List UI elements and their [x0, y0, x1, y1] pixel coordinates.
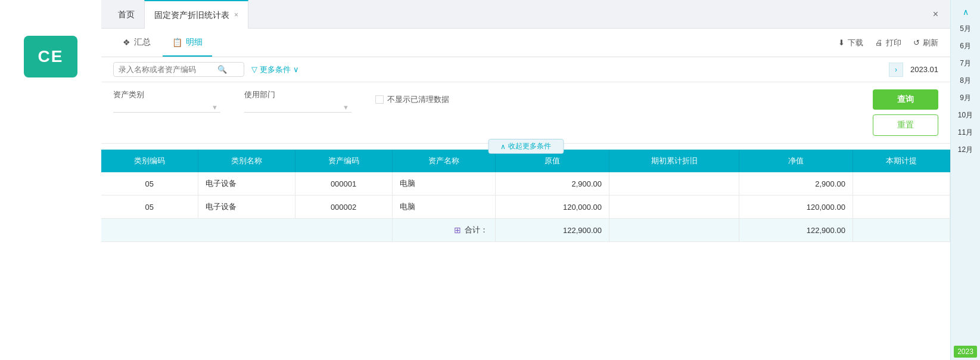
cell-accumulated-dep	[609, 172, 739, 195]
print-icon: 🖨	[875, 38, 883, 47]
print-button[interactable]: 🖨 打印	[875, 38, 901, 48]
cell-asset-name: 电脑	[392, 195, 496, 219]
cell-net-value: 2,900.00	[739, 172, 853, 195]
print-label: 打印	[886, 38, 901, 48]
refresh-button[interactable]: ↺ 刷新	[913, 38, 938, 48]
chevron-down-icon: ∨	[293, 65, 299, 74]
logo-box: CE	[24, 36, 77, 77]
tab-detail-label: 明细	[186, 37, 203, 48]
window-close-button[interactable]: ×	[928, 4, 943, 24]
total-original: 122,900.00	[496, 219, 609, 242]
col-net-value: 净值	[739, 150, 853, 172]
collapse-up-icon: ∧	[500, 142, 506, 151]
sub-tab-bar: ❖ 汇总 📋 明细 ⬇ 下载 🖨 打印 ↺	[101, 29, 950, 57]
asset-type-label: 资产类别	[113, 89, 220, 100]
refresh-icon: ↺	[913, 38, 920, 47]
search-input[interactable]	[119, 65, 214, 74]
download-icon: ⬇	[838, 38, 845, 47]
download-label: 下载	[848, 38, 863, 48]
filter-area: 资产类别 ▼ 使用部门 ▼ 不显示已清理数据 查询 重置	[101, 82, 950, 144]
search-bar: 🔍 ▽ 更多条件 ∨ › 2023.01	[101, 57, 950, 82]
tab-detail[interactable]: 📋 明细	[163, 29, 212, 57]
query-button[interactable]: 查询	[873, 89, 938, 110]
total-text: 合计：	[465, 225, 488, 235]
year-badge: 2023	[954, 346, 977, 358]
cell-accumulated-dep	[609, 195, 739, 219]
hide-cleared-label: 不显示已清理数据	[387, 94, 449, 105]
cell-cat-code: 05	[101, 172, 198, 195]
main-content: 首页 固定资产折旧统计表 × × ❖ 汇总 📋 明细 ⬇	[101, 0, 950, 360]
cell-asset-code: 000001	[295, 172, 392, 195]
collapse-button[interactable]: ∧ 收起更多条件	[488, 139, 564, 154]
tab-active[interactable]: 固定资产折旧统计表 ×	[144, 0, 248, 29]
page-container: ❖ 汇总 📋 明细 ⬇ 下载 🖨 打印 ↺	[101, 29, 950, 360]
download-button[interactable]: ⬇ 下载	[838, 38, 863, 48]
search-icon: 🔍	[217, 65, 227, 74]
filter-icon: ▽	[251, 65, 257, 74]
total-net-value: 122,900.00	[739, 219, 853, 242]
summary-icon: ❖	[123, 38, 130, 47]
total-label: ⊞ 合计：	[392, 219, 496, 242]
table-row: 05 电子设备 000001 电脑 2,900.00 2,900.00	[101, 172, 950, 195]
total-row: ⊞ 合计： 122,900.00 122,900.00	[101, 219, 950, 242]
cell-asset-code: 000002	[295, 195, 392, 219]
dept-label: 使用部门	[244, 89, 351, 100]
more-conditions-button[interactable]: ▽ 更多条件 ∨	[251, 64, 299, 75]
search-input-wrap[interactable]: 🔍	[113, 62, 244, 77]
hide-cleared-group: 不显示已清理数据	[375, 94, 449, 105]
nav-arrow-button[interactable]: ›	[889, 63, 903, 77]
total-current-dep	[853, 219, 950, 242]
asset-type-select[interactable]: ▼	[113, 103, 220, 113]
tab-bar: 首页 固定资产折旧统计表 × ×	[101, 0, 950, 29]
refresh-label: 刷新	[923, 38, 938, 48]
collapse-label: 收起更多条件	[508, 141, 551, 151]
asset-type-chevron-down-icon: ▼	[211, 104, 218, 111]
table-row: 05 电子设备 000002 电脑 120,000.00 120,000.00	[101, 195, 950, 219]
total-label-cell	[101, 219, 392, 242]
dept-chevron-down-icon: ▼	[343, 104, 349, 111]
col-cat-code: 类别编码	[101, 150, 198, 172]
cell-cat-name: 电子设备	[198, 172, 295, 195]
cell-original: 2,900.00	[496, 172, 609, 195]
month-item[interactable]: 7月	[958, 55, 973, 72]
filter-buttons: 查询 重置	[873, 89, 938, 136]
toolbar-actions: ⬇ 下载 🖨 打印 ↺ 刷新	[838, 38, 938, 48]
detail-icon: 📋	[172, 38, 182, 47]
hide-cleared-checkbox[interactable]	[375, 95, 384, 104]
scroll-up-button[interactable]: ∧	[960, 5, 971, 19]
right-panel: ∧ 5月6月7月8月9月10月11月12月 2023	[950, 0, 980, 360]
cell-net-value: 120,000.00	[739, 195, 853, 219]
cell-current-dep	[853, 195, 950, 219]
col-accumulated-dep: 期初累计折旧	[609, 150, 739, 172]
col-asset-code: 资产编码	[295, 150, 392, 172]
sub-tabs: ❖ 汇总 📋 明细	[113, 29, 212, 57]
active-tab-label: 固定资产折旧统计表	[154, 1, 229, 29]
date-label: 2023.01	[910, 65, 938, 74]
cell-original: 120,000.00	[496, 195, 609, 219]
table-wrap: 类别编码 类别名称 资产编码 资产名称 原值 期初累计折旧 净值 本期计提 05…	[101, 150, 950, 360]
month-item[interactable]: 10月	[958, 107, 973, 124]
month-item[interactable]: 8月	[958, 72, 973, 89]
total-accumulated-dep	[609, 219, 739, 242]
month-item[interactable]: 11月	[958, 124, 973, 141]
total-icon: ⊞	[454, 225, 461, 235]
more-conditions-label: 更多条件	[260, 64, 291, 75]
months-container: 5月6月7月8月9月10月11月12月	[958, 20, 973, 159]
month-item[interactable]: 6月	[958, 38, 973, 55]
tab-close-icon[interactable]: ×	[234, 1, 238, 29]
col-current-dep: 本期计提	[853, 150, 950, 172]
cell-current-dep	[853, 172, 950, 195]
data-table: 类别编码 类别名称 资产编码 资产名称 原值 期初累计折旧 净值 本期计提 05…	[101, 150, 950, 242]
dept-select[interactable]: ▼	[244, 103, 351, 113]
month-item[interactable]: 5月	[958, 20, 973, 38]
col-asset-name: 资产名称	[392, 150, 496, 172]
cell-asset-name: 电脑	[392, 172, 496, 195]
reset-button[interactable]: 重置	[873, 114, 938, 136]
tab-summary[interactable]: ❖ 汇总	[113, 29, 160, 57]
month-item[interactable]: 12月	[958, 141, 973, 159]
month-item[interactable]: 9月	[958, 89, 973, 107]
asset-type-filter-group: 资产类别 ▼	[113, 89, 220, 113]
tab-home[interactable]: 首页	[108, 0, 144, 29]
col-cat-name: 类别名称	[198, 150, 295, 172]
dept-filter-group: 使用部门 ▼	[244, 89, 351, 113]
